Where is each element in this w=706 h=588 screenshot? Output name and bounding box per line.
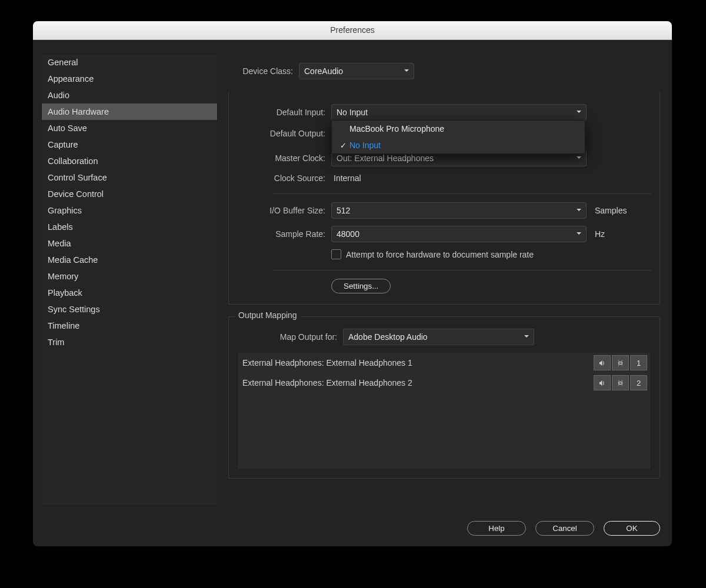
force-hardware-label: Attempt to force hardware to document sa…: [346, 250, 534, 259]
default-output-label: Default Output:: [237, 129, 331, 138]
map-output-select[interactable]: Adobe Desktop Audio: [343, 329, 534, 345]
chevron-down-icon: [523, 332, 530, 342]
sidebar-item-sync-settings[interactable]: Sync Settings: [42, 301, 217, 318]
io-buffer-select[interactable]: 512: [331, 202, 587, 219]
speaker-icon[interactable]: [594, 375, 611, 390]
sidebar-item-media[interactable]: Media: [42, 235, 217, 252]
device-class-select[interactable]: CoreAudio: [299, 63, 414, 79]
output-row-label: External Headphones: External Headphones…: [242, 378, 412, 387]
dialog-footer: Help Cancel OK: [33, 521, 660, 536]
channel-number[interactable]: 1: [630, 355, 647, 370]
settings-button[interactable]: Settings...: [331, 279, 391, 293]
dropdown-option[interactable]: MacBook Pro Microphone: [332, 121, 585, 137]
sidebar-item-device-control[interactable]: Device Control: [42, 186, 217, 202]
link-icon[interactable]: [612, 355, 629, 370]
sidebar-item-capture[interactable]: Capture: [42, 136, 217, 153]
sidebar-item-audio-hardware[interactable]: Audio Hardware: [42, 103, 217, 120]
device-class-label: Device Class:: [193, 66, 299, 76]
io-buffer-unit: Samples: [595, 206, 627, 215]
ok-button[interactable]: OK: [604, 521, 660, 536]
sidebar-item-playback[interactable]: Playback: [42, 285, 217, 301]
sidebar-item-control-surface[interactable]: Control Surface: [42, 169, 217, 186]
chevron-down-icon: [575, 108, 582, 117]
sidebar-item-auto-save[interactable]: Auto Save: [42, 120, 217, 136]
preferences-window: Preferences GeneralAppearanceAudioAudio …: [33, 21, 672, 546]
map-output-label: Map Output for:: [237, 332, 343, 342]
output-row: External Headphones: External Headphones…: [238, 353, 651, 373]
output-row: External Headphones: External Headphones…: [238, 373, 651, 393]
help-button[interactable]: Help: [467, 521, 526, 536]
check-icon: ✓: [337, 141, 349, 150]
sidebar-item-appearance[interactable]: Appearance: [42, 71, 217, 87]
sample-rate-label: Sample Rate:: [237, 229, 331, 239]
clock-source-value: Internal: [331, 173, 361, 183]
sidebar-item-collaboration[interactable]: Collaboration: [42, 153, 217, 169]
sidebar-item-general[interactable]: General: [42, 54, 217, 71]
default-input-dropdown: MacBook Pro Microphone✓No Input: [331, 120, 585, 154]
chevron-down-icon: [403, 66, 410, 76]
sidebar-item-memory[interactable]: Memory: [42, 268, 217, 285]
link-icon[interactable]: [612, 375, 629, 390]
output-mapping-legend: Output Mapping: [235, 310, 301, 320]
master-clock-label: Master Clock:: [237, 153, 331, 163]
channel-number[interactable]: 2: [630, 375, 647, 390]
dropdown-option[interactable]: ✓No Input: [332, 137, 585, 153]
default-input-select[interactable]: No Input: [331, 104, 587, 121]
output-row-label: External Headphones: External Headphones…: [242, 358, 412, 368]
chevron-down-icon: [575, 206, 582, 215]
sidebar: GeneralAppearanceAudioAudio HardwareAuto…: [41, 54, 218, 506]
window-title: Preferences: [33, 21, 672, 40]
content-panel: Device Class: CoreAudio Default Input: N…: [228, 46, 660, 511]
clock-source-label: Clock Source:: [237, 173, 331, 183]
sample-rate-unit: Hz: [595, 229, 605, 239]
speaker-icon[interactable]: [594, 355, 611, 370]
output-mapping-list: External Headphones: External Headphones…: [237, 352, 651, 470]
sidebar-item-audio[interactable]: Audio: [42, 87, 217, 103]
default-input-label: Default Input:: [237, 108, 331, 117]
io-buffer-label: I/O Buffer Size:: [237, 206, 331, 215]
sidebar-item-trim[interactable]: Trim: [42, 334, 217, 350]
sidebar-item-graphics[interactable]: Graphics: [42, 202, 217, 219]
chevron-down-icon: [575, 229, 582, 239]
force-hardware-checkbox[interactable]: [331, 249, 341, 259]
sidebar-item-labels[interactable]: Labels: [42, 219, 217, 235]
cancel-button[interactable]: Cancel: [535, 521, 594, 536]
sidebar-item-media-cache[interactable]: Media Cache: [42, 252, 217, 268]
sidebar-item-timeline[interactable]: Timeline: [42, 318, 217, 334]
chevron-down-icon: [575, 153, 582, 163]
sample-rate-select[interactable]: 48000: [331, 226, 587, 242]
